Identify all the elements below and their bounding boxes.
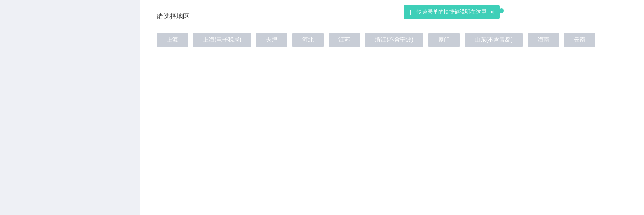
- sidebar: [0, 0, 140, 215]
- tooltip-banner: 快速录单的快捷键说明在这里 ×: [404, 5, 500, 19]
- page-title: 请选择地区：: [157, 12, 628, 21]
- tooltip-text: 快速录单的快捷键说明在这里: [417, 8, 487, 16]
- region-button[interactable]: 天津: [256, 33, 287, 47]
- tooltip-dot: [499, 8, 504, 13]
- region-button[interactable]: 江苏: [329, 33, 360, 47]
- main-content: 请选择地区： 上海上海(电子税局)天津河北江苏浙江(不含宁波)厦门山东(不含青岛…: [140, 0, 644, 215]
- region-button[interactable]: 河北: [292, 33, 324, 47]
- tooltip-close-button[interactable]: ×: [491, 9, 494, 15]
- region-button[interactable]: 上海: [157, 33, 188, 47]
- region-button[interactable]: 云南: [564, 33, 595, 47]
- region-button[interactable]: 厦门: [428, 33, 460, 47]
- region-button[interactable]: 浙江(不含宁波): [365, 33, 423, 47]
- region-button[interactable]: 海南: [528, 33, 559, 47]
- region-buttons: 上海上海(电子税局)天津河北江苏浙江(不含宁波)厦门山东(不含青岛)海南云南: [157, 33, 628, 47]
- region-button[interactable]: 上海(电子税局): [193, 33, 251, 47]
- region-button[interactable]: 山东(不含青岛): [465, 33, 523, 47]
